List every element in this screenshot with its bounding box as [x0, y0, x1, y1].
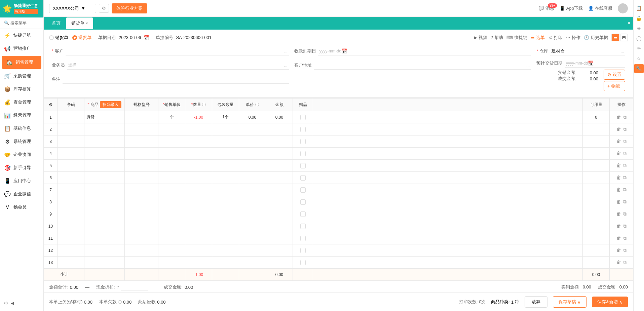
app-download-button[interactable]: 📱 App下载: [560, 5, 583, 11]
cell-price[interactable]: [239, 244, 266, 257]
sidebar-settings-btn[interactable]: ⚙ ◀: [0, 298, 43, 308]
cell-product[interactable]: [84, 232, 125, 244]
copy-row-icon[interactable]: ⧉: [623, 223, 627, 229]
cell-qty[interactable]: [185, 220, 212, 232]
cell-qty[interactable]: [185, 160, 212, 172]
right-panel-notes-icon[interactable]: 📋: [634, 3, 644, 13]
cell-price[interactable]: [239, 208, 266, 220]
expected-delivery-input[interactable]: yyyy-mm-dd 📅: [565, 59, 625, 68]
copy-row-icon[interactable]: ⧉: [623, 139, 627, 144]
cell-barcode[interactable]: [58, 257, 84, 269]
cell-gift[interactable]: [293, 135, 313, 148]
right-panel-edit-icon[interactable]: ✏: [634, 44, 644, 53]
copy-row-icon[interactable]: ⧉: [623, 175, 627, 181]
cell-product[interactable]: [84, 220, 125, 232]
online-service-button[interactable]: 👤 在线客服: [588, 5, 612, 11]
sidebar-item-enterprise[interactable]: 🤝 企业协同: [0, 148, 43, 161]
abandon-button[interactable]: 放弃: [525, 296, 547, 308]
cell-price[interactable]: [239, 220, 266, 232]
cell-qty[interactable]: -1.00: [185, 111, 212, 123]
cell-gift[interactable]: [293, 160, 313, 172]
cell-spec[interactable]: [125, 257, 158, 269]
cell-product[interactable]: 拆货: [84, 111, 125, 123]
toolbar-video[interactable]: ▶ 视频: [474, 35, 487, 41]
cell-barcode[interactable]: [58, 232, 84, 244]
toolbar-help[interactable]: ? 帮助: [491, 35, 503, 41]
cell-gift[interactable]: [293, 184, 313, 196]
cell-barcode[interactable]: [58, 123, 84, 135]
sidebar-item-sales[interactable]: 🏠 销售管理: [2, 56, 41, 69]
sidebar-item-member[interactable]: V 畅会员: [0, 201, 43, 213]
save-new-button[interactable]: 保存&新增 ∧: [592, 297, 628, 307]
cell-barcode[interactable]: [58, 172, 84, 184]
cell-spec[interactable]: [125, 208, 158, 220]
cell-product[interactable]: [84, 244, 125, 257]
toolbar-print[interactable]: 🖨 打印: [548, 35, 563, 41]
cell-spec[interactable]: [125, 135, 158, 148]
delete-row-icon[interactable]: 🗑: [616, 163, 621, 168]
cell-gift[interactable]: [293, 123, 313, 135]
toolbar-actions[interactable]: ⋯ 操作: [566, 35, 580, 41]
cell-barcode[interactable]: [58, 244, 84, 257]
right-panel-star-icon[interactable]: ☆: [634, 54, 644, 63]
sidebar-item-basic-info[interactable]: 📋 基础信息: [0, 122, 43, 135]
cell-qty[interactable]: [185, 244, 212, 257]
sidebar-item-operations[interactable]: 📊 经营管理: [0, 109, 43, 122]
settings-button[interactable]: ⚙ 设置: [604, 70, 625, 80]
cell-spec[interactable]: [125, 244, 158, 257]
experience-button[interactable]: 体验行业方案: [112, 3, 147, 13]
cell-price[interactable]: [239, 172, 266, 184]
close-all-tabs-button[interactable]: ×: [628, 20, 631, 26]
delete-row-icon[interactable]: 🗑: [616, 139, 621, 144]
delete-row-icon[interactable]: 🗑: [616, 247, 621, 253]
salesperson-input[interactable]: 选择... ...: [67, 61, 289, 70]
company-selector[interactable]: XXXXXX公司 ▼: [49, 4, 96, 13]
topbar-gear-button[interactable]: ⚙: [99, 4, 109, 13]
cell-qty[interactable]: [185, 184, 212, 196]
cell-barcode[interactable]: [58, 208, 84, 220]
copy-row-icon[interactable]: ⧉: [623, 126, 627, 132]
cell-spec[interactable]: [125, 123, 158, 135]
cell-product[interactable]: [84, 208, 125, 220]
cell-product[interactable]: [84, 148, 125, 160]
cell-gift[interactable]: [293, 196, 313, 208]
cell-qty[interactable]: [185, 135, 212, 148]
tab-close-icon[interactable]: ×: [86, 21, 88, 25]
cell-barcode[interactable]: [58, 196, 84, 208]
cell-product[interactable]: [84, 257, 125, 269]
cell-spec[interactable]: [125, 148, 158, 160]
tab-sales-order[interactable]: 销货单 ×: [66, 17, 93, 29]
delete-row-icon[interactable]: 🗑: [616, 235, 621, 241]
cell-qty[interactable]: [185, 148, 212, 160]
cell-price[interactable]: [239, 184, 266, 196]
cell-product[interactable]: [84, 160, 125, 172]
save-draft-button[interactable]: 保存草稿 ∧: [553, 296, 586, 308]
cell-barcode[interactable]: [58, 148, 84, 160]
cell-barcode[interactable]: [58, 184, 84, 196]
copy-row-icon[interactable]: ⧉: [623, 247, 627, 253]
delete-row-icon[interactable]: 🗑: [616, 187, 621, 193]
sidebar-item-purchase[interactable]: 🛒 采购管理: [0, 70, 43, 83]
copy-row-icon[interactable]: ⧉: [623, 211, 627, 217]
cell-gift[interactable]: [293, 172, 313, 184]
sidebar-item-inventory[interactable]: 📦 库存核算: [0, 83, 43, 96]
cell-price[interactable]: [239, 257, 266, 269]
logistics-button[interactable]: + 物流: [604, 81, 625, 91]
copy-row-icon[interactable]: ⧉: [623, 199, 627, 205]
cell-price[interactable]: [239, 135, 266, 148]
right-panel-orange-icon[interactable]: 🔧: [634, 64, 644, 73]
cell-spec[interactable]: [125, 111, 158, 123]
toolbar-select[interactable]: ☰ 选单: [531, 35, 545, 41]
cell-qty[interactable]: [185, 196, 212, 208]
customer-address-input[interactable]: ...: [314, 61, 531, 70]
sidebar-item-finance[interactable]: 💰 资金管理: [0, 96, 43, 109]
cell-product[interactable]: [84, 135, 125, 148]
cell-product[interactable]: [84, 184, 125, 196]
cell-price[interactable]: [239, 196, 266, 208]
copy-row-icon[interactable]: ⧉: [623, 187, 627, 193]
delete-row-icon[interactable]: 🗑: [616, 211, 621, 217]
cell-gift[interactable]: [293, 220, 313, 232]
delete-row-icon[interactable]: 🗑: [616, 199, 621, 205]
sidebar-item-guide[interactable]: 🎯 新手引导: [0, 161, 43, 174]
cell-gift[interactable]: [293, 257, 313, 269]
